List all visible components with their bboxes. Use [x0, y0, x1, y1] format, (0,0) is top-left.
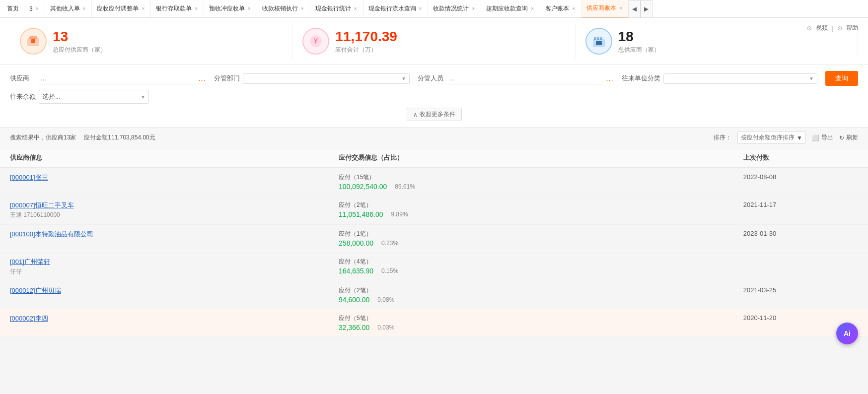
filter-row-2: 往来余额 选择... ▼	[10, 90, 858, 104]
ap-tx-cell: 应付（4笔）164,635.900.15%	[329, 253, 733, 281]
export-button[interactable]: ⬜ 导出	[812, 133, 833, 142]
supplier-link-row-000007[interactable]: [000007]恒旺二手叉车	[10, 201, 74, 209]
nav-tab-collection-stat-label: 收款情况统计	[433, 4, 469, 13]
tx-count-label: 应付（2笔）	[339, 286, 723, 295]
nav-right-arrow[interactable]: ▶	[641, 0, 652, 18]
query-button[interactable]: 查询	[825, 71, 858, 86]
payable-suppliers-icon	[20, 28, 47, 55]
supplier-link-row-000012[interactable]: [000012]广州贝瑞	[10, 287, 61, 294]
export-icon: ⬜	[812, 134, 819, 141]
ap-tx-cell: 应付（15笔）100,092,540.0089.61%	[329, 168, 733, 196]
close-collection-stat[interactable]: ×	[471, 5, 476, 12]
close-bank-deposit[interactable]: ×	[194, 5, 199, 12]
nav-tab-home[interactable]: 首页	[2, 0, 24, 18]
close-supplier[interactable]: ×	[618, 5, 623, 11]
nav-tab-ap-adjust[interactable]: 应收应付调整单 ×	[92, 0, 151, 18]
nav-tab-supplier[interactable]: 供应商账本 ×	[581, 0, 629, 18]
nav-tab-collection-stat[interactable]: 收款情况统计 ×	[428, 0, 481, 18]
export-label: 导出	[821, 133, 833, 142]
close-collection[interactable]: ×	[300, 5, 305, 12]
category-label: 往来单位分类	[622, 74, 660, 83]
nav-tab-cash-stat-label: 现金银行统计	[315, 4, 351, 13]
close-overdue[interactable]: ×	[530, 5, 535, 12]
th-supplier-info: 供应商信息	[0, 148, 329, 168]
result-bar: 搜索结果中，供应商13家 应付金额111,703,854.00元 排序： 按应付…	[0, 128, 868, 148]
tx-count-label: 应付（15笔）	[339, 173, 723, 182]
dept-select[interactable]: ▼	[243, 73, 410, 84]
dept-label: 分管部门	[214, 74, 240, 83]
table-row: [000007]恒旺二手叉车王通 17106110000应付（2笔）11,051…	[0, 196, 868, 225]
nav-tab-cash-flow[interactable]: 现金银行流水查询 ×	[363, 0, 429, 18]
nav-tab-collection[interactable]: 收款核销执行 ×	[257, 0, 310, 18]
video-link[interactable]: 视频	[816, 24, 828, 32]
nav-tab-overdue[interactable]: 超期应收款查询 ×	[481, 0, 540, 18]
close-tab-3[interactable]: ×	[35, 5, 40, 12]
close-ap-adjust[interactable]: ×	[141, 5, 145, 12]
balance-select[interactable]: 选择... ▼	[39, 90, 149, 104]
close-other-income[interactable]: ×	[82, 5, 87, 12]
category-select[interactable]: ▼	[663, 73, 818, 84]
filter-category: 往来单位分类 ▼	[622, 73, 818, 84]
ap-tx-cell: 应付（2笔）11,051,486.009.89%	[329, 196, 733, 225]
supplier-link-row-000100[interactable]: [000100]本特勤油品有限公司	[10, 230, 93, 238]
result-actions: 排序： 按应付余额倒序排序 ▼ ⬜ 导出 ↻ 刷新	[714, 131, 858, 144]
filter-area: 供应商 … 分管部门 ▼ 分管人员 … 往来单位分类	[0, 65, 868, 128]
person-more-btn[interactable]: …	[606, 74, 614, 83]
ap-tx-cell: 应付（2笔）94,600.000.08%	[329, 281, 733, 309]
supplier-link-row-001[interactable]: [001]广州荣轩	[10, 258, 50, 265]
sort-label: 排序：	[714, 133, 731, 142]
supplier-input[interactable]	[38, 72, 195, 84]
svg-rect-7	[597, 37, 599, 40]
supplier-info-cell: [000007]恒旺二手叉车王通 17106110000	[0, 196, 329, 225]
nav-tab-customer[interactable]: 客户账本 ×	[540, 0, 581, 18]
top-navigation: 首页 3 × 其他收入单 × 应收应付调整单 × 银行存取款单 × 预收冲应收单…	[0, 0, 868, 18]
svg-rect-2	[31, 39, 35, 43]
sort-select[interactable]: 按应付余额倒序排序 ▼	[737, 131, 806, 144]
ap-tx-cell: 应付（5笔）32,366.000.03%	[329, 309, 733, 337]
table-row: [000002]李四应付（5笔）32,366.000.03%2020-11-20	[0, 309, 868, 337]
percentage-value: 0.15%	[381, 267, 398, 274]
person-input[interactable]	[446, 72, 603, 84]
collapse-button[interactable]: ∧ 收起更多条件	[407, 108, 462, 121]
ap-tx-cell: 应付（1笔）258,000.000.23%	[329, 225, 733, 253]
close-cash-stat[interactable]: ×	[353, 5, 358, 12]
amount-value: 11,051,486.00	[339, 210, 383, 218]
last-payment-cell: 2021-11-17	[733, 196, 868, 225]
tx-count-label: 应付（5笔）	[339, 314, 723, 323]
percentage-value: 0.23%	[381, 240, 398, 247]
svg-text:¥: ¥	[313, 37, 318, 45]
amount-value: 94,600.00	[339, 296, 369, 304]
nav-tab-bank-deposit[interactable]: 银行存取款单 ×	[151, 0, 204, 18]
nav-tab-cash-stat[interactable]: 现金银行统计 ×	[310, 0, 363, 18]
total-suppliers-text: 18 总供应商（家）	[618, 28, 660, 55]
amount-value: 32,366.00	[339, 324, 369, 331]
nav-tab-advance[interactable]: 预收冲应收单 ×	[204, 0, 257, 18]
refresh-icon: ↻	[839, 134, 844, 141]
refresh-button[interactable]: ↻ 刷新	[839, 133, 858, 142]
nav-tab-3[interactable]: 3 ×	[24, 0, 45, 18]
payable-amount-number: 11,170.39	[335, 28, 397, 45]
nav-left-arrow[interactable]: ◀	[629, 0, 641, 18]
supplier-info-cell: [000100]本特勤油品有限公司	[0, 225, 329, 253]
supplier-info-cell: [000001]张三	[0, 168, 329, 196]
filter-balance: 往来余额 选择... ▼	[10, 90, 149, 104]
refresh-label: 刷新	[846, 133, 858, 142]
nav-tab-other-income[interactable]: 其他收入单 ×	[45, 0, 92, 18]
supplier-link-row-000001[interactable]: [000001]张三	[10, 174, 48, 181]
tx-count-label: 应付（2笔）	[339, 201, 723, 209]
close-advance[interactable]: ×	[247, 5, 252, 12]
payable-amount-label: 应付合计（万）	[335, 46, 397, 54]
ai-floating-button[interactable]: Ai	[836, 323, 858, 344]
table-header-row: 供应商信息 应付交易信息（占比） 上次付数	[0, 148, 868, 168]
payable-amount-icon: ¥	[302, 28, 329, 55]
supplier-more-btn[interactable]: …	[198, 74, 206, 83]
close-customer[interactable]: ×	[571, 5, 576, 12]
ai-button-label: Ai	[844, 329, 851, 337]
help-link[interactable]: 帮助	[846, 24, 858, 32]
supplier-link-row-000002[interactable]: [000002]李四	[10, 315, 48, 322]
collapse-chevron-icon: ∧	[413, 111, 418, 118]
last-payment-cell: 2021-03-25	[733, 281, 868, 309]
close-cash-flow[interactable]: ×	[418, 5, 423, 12]
amount-value: 164,635.90	[339, 267, 373, 275]
stats-bar: 13 总应付供应商（家） ¥ 11,170.39 应付合计（万）	[0, 18, 868, 65]
